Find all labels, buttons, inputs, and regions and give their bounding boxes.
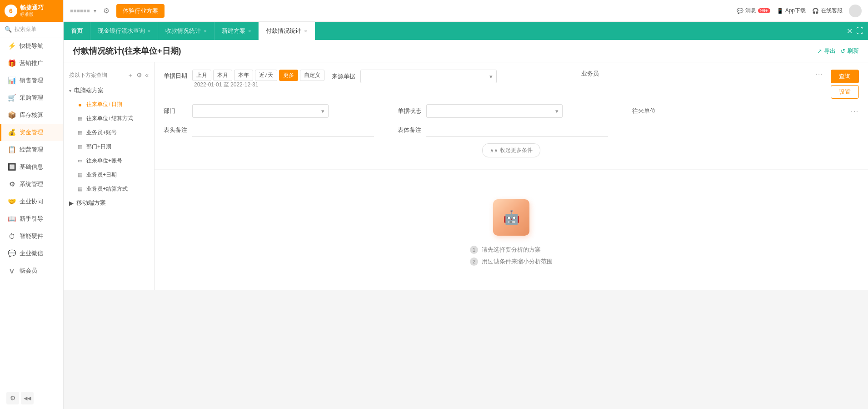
sidebar-item-label: 智能硬件 [20, 232, 43, 240]
header-note-input[interactable] [192, 123, 374, 137]
tab-new-scheme-close-icon[interactable]: × [248, 28, 251, 34]
sidebar-item-purchase[interactable]: 🛒 采购管理 [0, 89, 63, 106]
sidebar-item-label: 库存核算 [20, 111, 43, 119]
date-btn-this-year[interactable]: 本年 [234, 70, 253, 81]
sidebar-item-quick-nav[interactable]: ⚡ 快捷导航 [0, 37, 63, 55]
header-note-label: 表头备注 [164, 126, 189, 134]
marketing-icon: 🎁 [8, 59, 16, 67]
plan-item-dept-date[interactable]: ▦ 部门+日期 [64, 140, 154, 154]
date-btn-more[interactable]: 更多 [279, 70, 298, 81]
sidebar-item-hardware[interactable]: ⏱ 智能硬件 [0, 227, 63, 245]
settings-bottom-btn[interactable]: ⚙ [6, 392, 19, 404]
refresh-button[interactable]: ↺ 刷新 [840, 47, 859, 55]
tab-payment-stat[interactable]: 付款情况统计 × [259, 22, 314, 40]
collapse-conditions-button[interactable]: ∧∧ 收起更多条件 [482, 143, 540, 157]
plan-item-counterpart-settle[interactable]: ▦ 往来单位+结算方式 [64, 111, 154, 126]
tab-home-label: 首页 [71, 27, 83, 35]
empty-tip-1: 1 请先选择要分析的方案 [470, 246, 553, 254]
gear-scheme-icon[interactable]: ⚙ [136, 71, 142, 80]
sidebar-item-system[interactable]: ⚙ 系统管理 [0, 176, 63, 193]
sales-icon: 📊 [8, 76, 16, 85]
sidebar-item-label: 基础信息 [20, 163, 43, 171]
plan-item-staff-account[interactable]: ▦ 业务员+账号 [64, 126, 154, 140]
sidebar-item-capital[interactable]: 💰 资金管理 [0, 124, 63, 141]
tab-payment-close-icon[interactable]: × [304, 28, 307, 34]
sidebar-item-inventory[interactable]: 📦 库存核算 [0, 106, 63, 124]
sidebar-item-sales[interactable]: 📊 销售管理 [0, 72, 63, 89]
sidebar-nav: ⚡ 快捷导航 🎁 营销推广 📊 销售管理 🛒 采购管理 📦 库存核算 💰 资金管… [0, 37, 63, 387]
plan-item-counterpart-account[interactable]: ▭ 往来单位+账号 [64, 154, 154, 168]
topbar-gear-icon[interactable]: ⚙ [100, 5, 113, 17]
collapse-label: 收起更多条件 [500, 146, 533, 154]
export-label: 导出 [824, 47, 836, 55]
plan-icon: ▦ [76, 115, 84, 122]
dept-select[interactable]: ▾ [192, 104, 329, 118]
desktop-group-title[interactable]: ▾ 电脑端方案 [64, 84, 154, 97]
sidebar-item-marketing[interactable]: 🎁 营销推广 [0, 55, 63, 72]
sidebar-bottom: ⚙ ◀◀ [0, 387, 63, 409]
group-arrow-icon: ▾ [69, 88, 71, 93]
counterpart-label: 往来单位 [632, 107, 657, 115]
tab-bank-close-icon[interactable]: × [148, 28, 150, 34]
collapse-sidebar-btn[interactable]: ◀◀ [21, 392, 34, 404]
tab-income-close-icon[interactable]: × [204, 28, 206, 34]
plan-icon: ▦ [76, 172, 84, 179]
page: 付款情况统计(往来单位+日期) ↗ 导出 ↺ 刷新 按以下方案查询 ＋ [64, 40, 868, 409]
tab-income-stat[interactable]: 收款情况统计 × [158, 22, 214, 40]
sidebar-item-basic[interactable]: 🔲 基础信息 [0, 158, 63, 176]
date-btn-last7[interactable]: 近7天 [255, 70, 277, 81]
sidebar-item-enterprise[interactable]: 🤝 企业协同 [0, 193, 63, 210]
message-action[interactable]: 💬 消息 99+ [737, 7, 770, 15]
source-select[interactable]: ▾ [360, 70, 497, 83]
tab-home[interactable]: 首页 [64, 22, 90, 40]
trial-button[interactable]: 体验行业方案 [116, 4, 165, 18]
doc-status-select[interactable]: ▾ [426, 104, 563, 118]
body-note-label: 表体备注 [398, 126, 423, 134]
tab-close-all-icon[interactable]: ✕ [847, 27, 853, 35]
sidebar-item-label: 企业微信 [20, 249, 43, 258]
inventory-icon: 📦 [8, 111, 16, 119]
service-action[interactable]: 🎧 在线客服 [812, 7, 843, 15]
desktop-plan-group: ▾ 电脑端方案 ● 往来单位+日期 ▦ 往来单位+结算方式 ▦ 业务员+账号 [64, 84, 154, 196]
dept-label: 部门 [164, 107, 189, 115]
user-avatar[interactable] [849, 5, 862, 17]
sidebar-item-operation[interactable]: 📋 经营管理 [0, 141, 63, 158]
topbar: ■■■■■■ ▾ ⚙ 体验行业方案 💬 消息 99+ 📱 App下载 🎧 在线客… [64, 0, 868, 22]
purchase-icon: 🛒 [8, 94, 16, 102]
staff-dots-btn[interactable]: ··· [815, 70, 823, 77]
app-download-action[interactable]: 📱 App下载 [777, 7, 806, 15]
sidebar-item-member[interactable]: V 畅会员 [0, 262, 63, 279]
sidebar-item-guide[interactable]: 📖 新手引导 [0, 210, 63, 227]
dropdown-arrow-icon[interactable]: ▾ [94, 8, 96, 14]
search-label: 搜索菜单 [15, 25, 36, 33]
add-scheme-icon[interactable]: ＋ [127, 71, 134, 80]
plan-item-staff-settle[interactable]: ▦ 业务员+结算方式 [64, 182, 154, 196]
query-button[interactable]: 查询 [831, 70, 859, 83]
export-button[interactable]: ↗ 导出 [817, 47, 836, 55]
member-icon: V [8, 267, 16, 275]
date-btn-this-month[interactable]: 本月 [213, 70, 232, 81]
tab-new-scheme[interactable]: 新建方案 × [215, 22, 259, 40]
tab-expand-icon[interactable]: ⛶ [856, 27, 863, 35]
plan-item-counterpart-date[interactable]: ● 往来单位+日期 [64, 97, 154, 111]
plan-label: 业务员+账号 [86, 129, 117, 136]
plan-label: 往来单位+账号 [86, 157, 122, 165]
collapse-panel-icon[interactable]: « [145, 71, 149, 80]
counterpart-dots-btn[interactable]: ··· [851, 107, 859, 115]
empty-state: 🤖 1 请先选择要分析的方案 2 用过滤条件来缩小分析范围 [155, 170, 868, 290]
plan-item-staff-date[interactable]: ▦ 业务员+日期 [64, 168, 154, 182]
sidebar-item-wechat[interactable]: 💬 企业微信 [0, 245, 63, 262]
tab-bank[interactable]: 现金银行流水查询 × [90, 22, 158, 40]
plan-icon: ▭ [76, 157, 84, 165]
sidebar-search[interactable]: 🔍 搜索菜单 [0, 22, 63, 37]
sidebar-item-label: 畅会员 [20, 267, 37, 275]
date-btn-last-month[interactable]: 上月 [192, 70, 211, 81]
sidebar-item-label: 资金管理 [20, 128, 43, 136]
sidebar: 6 畅捷通巧 标准版 🔍 搜索菜单 ⚡ 快捷导航 🎁 营销推广 📊 销售管理 🛒… [0, 0, 64, 409]
body-note-input[interactable] [426, 123, 608, 137]
mobile-group-title[interactable]: ▶ 移动端方案 [64, 196, 154, 210]
date-btn-custom[interactable]: 自定义 [300, 70, 324, 81]
logo-name: 畅捷通巧 [20, 4, 44, 11]
settings-button[interactable]: 设置 [831, 85, 859, 99]
panel-header: 按以下方案查询 ＋ ⚙ « [64, 67, 154, 84]
